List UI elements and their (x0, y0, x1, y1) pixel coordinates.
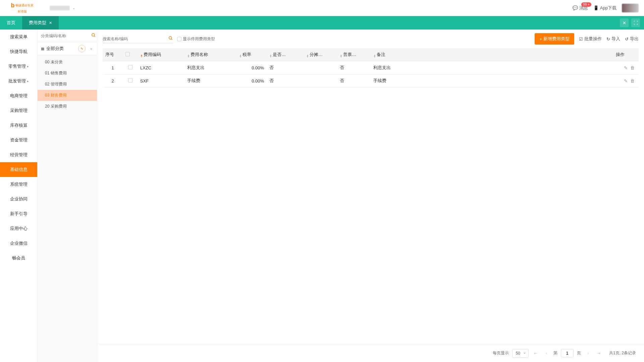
show-disabled-label: 显示停用费用类型 (183, 36, 215, 42)
cell-remark: 利息支出 (371, 61, 602, 74)
checkbox-icon (128, 65, 132, 69)
nav-item[interactable]: 库存核算 (0, 118, 37, 133)
th-name[interactable]: ▲▼费用名称 (184, 48, 236, 61)
import-icon: ↻ (606, 37, 610, 42)
fullscreen-icon: ⛶ (634, 20, 638, 25)
fullscreen-button[interactable]: ⛶ (631, 18, 640, 27)
cell-name: 手续费 (184, 74, 236, 87)
cell-fentan (304, 74, 337, 87)
edit-icon: ✎ (624, 65, 628, 70)
per-page-label: 每页显示 (493, 350, 509, 356)
th-seq[interactable]: 序号 (103, 48, 123, 61)
export-icon: ↺ (625, 37, 629, 42)
next-page-button[interactable]: › (584, 350, 592, 357)
sort-icon: ▲▼ (306, 54, 309, 58)
category-item[interactable]: 03 财务费用 (38, 90, 97, 101)
company-selector[interactable]: ⌄ (46, 4, 79, 12)
nav-item[interactable]: 经营管理 (0, 147, 37, 162)
category-item[interactable]: 00 未分类 (38, 57, 97, 68)
next-icon: › (587, 351, 589, 356)
th-rate[interactable]: ▲▼税率 (236, 48, 267, 61)
user-avatar[interactable] (622, 4, 639, 12)
cell-ops: ✎🗑 (602, 61, 639, 74)
nav-item[interactable]: 零售管理▸ (0, 59, 37, 74)
th-rate-label: 税率 (243, 52, 251, 57)
search-input[interactable] (103, 37, 168, 41)
nav-item[interactable]: 企业协同 (0, 192, 37, 206)
edit-icon: ✎ (80, 47, 83, 51)
delete-row-button[interactable]: 🗑 (630, 78, 635, 83)
messages-button[interactable]: 💬 消息 99 + (573, 5, 588, 11)
add-expense-type-button[interactable]: + 新增费用类型 (535, 33, 574, 45)
svg-line-3 (171, 39, 172, 40)
trash-icon: 🗑 (630, 78, 635, 83)
logo: b 畅捷通好生意 标准版 (5, 2, 39, 14)
cell-fentan (304, 61, 337, 74)
per-page-select[interactable]: 50 (512, 349, 529, 358)
all-categories-label[interactable]: 全部分类 (46, 46, 64, 52)
cell-name: 利息支出 (184, 61, 236, 74)
tab-close-icon[interactable]: ✕ (49, 21, 52, 25)
nav-item-label: 系统管理 (10, 181, 28, 187)
edit-category-button[interactable]: ✎ (78, 45, 86, 52)
last-page-button[interactable]: ⇥ (595, 350, 602, 357)
nav-item[interactable]: 快捷导航 (0, 44, 37, 59)
nav-item[interactable]: 资金管理 (0, 133, 37, 147)
category-header: ▦ 全部分类 ✎ « (38, 42, 97, 55)
prev-page-button[interactable]: ‹ (543, 350, 550, 357)
app-download-button[interactable]: 📱 App下载 (593, 5, 616, 11)
sort-icon: ▲▼ (239, 54, 242, 58)
category-item[interactable]: 02 管理费用 (38, 79, 97, 90)
collapse-panel-button[interactable]: « (89, 45, 94, 52)
pagination-summary: 共1页, 2条记录 (609, 350, 636, 356)
tab-expense-type[interactable]: 费用类型 ✕ (22, 16, 59, 29)
category-item[interactable]: 20 采购费用 (38, 101, 97, 112)
nav-item[interactable]: 系统管理 (0, 177, 37, 192)
th-name-label: 费用名称 (191, 52, 208, 57)
search-icon[interactable] (91, 33, 96, 39)
nav-item[interactable]: 采购管理 (0, 103, 37, 118)
batch-operation-button[interactable]: ☑ 批量操作 (579, 36, 602, 42)
import-button[interactable]: ↻ 导入 (606, 36, 620, 42)
th-code-label: 费用编码 (144, 52, 161, 57)
last-icon: ⇥ (597, 351, 600, 356)
th-code[interactable]: ▲▼费用编码 (138, 48, 184, 61)
delete-row-button[interactable]: 🗑 (630, 65, 635, 70)
th-remark[interactable]: ▲▼备注 (371, 48, 602, 61)
th-fentan[interactable]: ▲▼分摊… (304, 48, 337, 61)
nav-item[interactable]: 应用中心 (0, 221, 37, 236)
import-label: 导入 (611, 36, 620, 42)
chat-icon: 💬 (573, 5, 578, 10)
sort-icon: ▲▼ (373, 54, 376, 58)
edit-row-button[interactable]: ✎ (624, 65, 628, 70)
nav-item[interactable]: 基础信息 (0, 162, 37, 177)
th-checkbox[interactable] (123, 48, 138, 61)
show-disabled-checkbox[interactable]: 显示停用费用类型 (177, 36, 215, 42)
nav-item[interactable]: 企业微信 (0, 236, 37, 251)
nav-item[interactable]: 批发管理▸ (0, 74, 37, 88)
nav-item[interactable]: 畅会员 (0, 251, 37, 265)
nav-item[interactable]: 搜索菜单 (0, 29, 37, 44)
tab-home[interactable]: 首页 (0, 16, 22, 29)
cell-seq: 2 (103, 74, 123, 87)
th-pupiao[interactable]: ▲▼普票… (337, 48, 371, 61)
category-item[interactable]: 01 销售费用 (38, 68, 97, 79)
add-label: 新增费用类型 (543, 36, 570, 42)
nav-item-label: 批发管理 (8, 78, 26, 84)
category-search-input[interactable] (41, 34, 91, 38)
page-input[interactable] (561, 349, 574, 357)
close-tabs-button[interactable]: ✕ (620, 18, 629, 27)
export-button[interactable]: ↺ 导出 (625, 36, 639, 42)
edit-row-button[interactable]: ✎ (624, 78, 628, 83)
cell-checkbox[interactable] (123, 74, 138, 87)
first-page-button[interactable]: ⇤ (532, 350, 539, 357)
search-icon[interactable] (168, 36, 173, 42)
nav-item[interactable]: 电商管理 (0, 88, 37, 103)
th-remark-label: 备注 (377, 52, 385, 57)
tab-home-label: 首页 (7, 20, 15, 26)
th-bool[interactable]: ▲▼是否… (267, 48, 304, 61)
cell-pupiao: 否 (337, 74, 371, 87)
sort-icon: ▲▼ (269, 54, 272, 58)
nav-item[interactable]: 新手引导 (0, 206, 37, 221)
cell-checkbox[interactable] (123, 61, 138, 74)
